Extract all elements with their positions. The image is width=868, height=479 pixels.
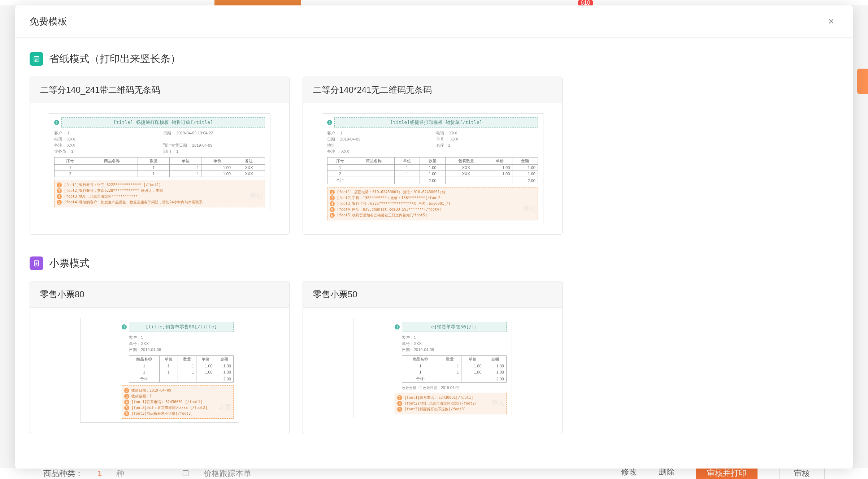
table-cell: 1 <box>170 171 201 177</box>
table-row: 1111.001.00 <box>129 363 234 369</box>
table-header: 数量 <box>178 356 196 363</box>
table-cell <box>439 375 461 383</box>
table-header: 备注 <box>233 157 265 165</box>
template-card[interactable]: 二等分140_241带二维码无条码1[title] 畅捷通打印模板 销售订单[/… <box>30 77 290 235</box>
template-footer-section: 2[foot1]银行账号：张三 6222************ [/foot1… <box>54 180 265 207</box>
modal-header: 免费模板 <box>15 5 853 38</box>
template-preview: 1[title]销货单零售80[/title]客户：1单号：XXX日期：2019… <box>80 318 239 423</box>
receipt-templates: 零售小票801[title]销货单零售80[/title]客户：1单号：XXX日… <box>30 281 838 433</box>
template-preview-table: 商品名称数量单价金额111.001.00111.001.00合计:2.00 <box>402 355 507 383</box>
receipt-icon <box>30 256 43 270</box>
template-footer-row: 3[foot2]银行账号：李四6228************ 联系人：李四 <box>57 188 262 193</box>
table-header: 序号 <box>327 157 353 165</box>
template-info-item: 日期： 2019-04-09 13:04:22 <box>163 130 265 136</box>
bullet-icon: 1 <box>54 120 59 125</box>
modal-overlay: 免费模板 省纸模式（打印出来竖长条） 二等分140_241带二维码无条码1[ti… <box>0 0 868 479</box>
table-cell: 1 <box>327 165 353 171</box>
table-header: 商品名称 <box>86 157 138 165</box>
template-info-grid: 客户：1单号：XXX日期：2019-04-09 <box>359 335 507 353</box>
table-cell <box>353 171 394 177</box>
table-header: 序号 <box>55 157 86 165</box>
section-receipt-title: 小票模式 <box>49 256 90 270</box>
table-row: 1111.00XXX <box>55 165 265 171</box>
close-icon <box>827 17 835 25</box>
bullet-icon: 2 <box>330 190 335 195</box>
template-preview: 1[title] 畅捷通打印模板 销售订单[/title]客户： 1日期： 20… <box>49 113 270 211</box>
template-info-grid: 客户： 1电话： XXX日期： 2019-04-09单号 ： XXX地址 ：仓库… <box>327 130 538 154</box>
template-footer-row: 4[foot3]地址：北京市海淀区************ <box>57 194 262 199</box>
template-footer-row: 5[foot4]尊敬的客户：如发生产品质量、数量及服务等问题，请您24小时内与本… <box>57 200 262 205</box>
table-cell: 1.00 <box>487 165 512 171</box>
bullet-icon: 6 <box>330 213 335 218</box>
table-header: 单位 <box>170 157 201 165</box>
table-cell: XXX <box>445 165 487 171</box>
template-card-body: 1e]销货单零售50[/ti客户：1单号：XXX日期：2019-04-09商品名… <box>303 308 562 428</box>
template-footer-section: 2收款日期：2019-04-093收款金额：14[foot1]联系电话: 624… <box>122 385 234 419</box>
template-card[interactable]: 零售小票501e]销货单零售50[/ti客户：1单号：XXX日期：2019-04… <box>303 281 563 433</box>
table-cell: 1.00 <box>420 165 446 171</box>
template-footer-row: 3[foot2]地址:北京市海淀区xxxx[/foot2] <box>397 401 504 406</box>
template-footer-row: 3[foot2]手机：138********；微信：138********[/f… <box>330 195 535 200</box>
template-info-item: 地址 ： <box>327 143 429 148</box>
table-header: 单价 <box>201 157 233 165</box>
table-cell: 1.00 <box>196 363 215 369</box>
close-button[interactable] <box>824 14 838 29</box>
table-header: 单价 <box>196 356 215 363</box>
template-card[interactable]: 零售小票801[title]销货单零售80[/title]客户：1单号：XXX日… <box>30 281 290 433</box>
template-preview-table: 序号商品名称单位数量包装数量单价金额111.00XXX1.001.00211.0… <box>327 157 538 184</box>
table-cell: 1.00 <box>420 171 446 177</box>
template-info-grid: 客户： 1日期： 2019-04-09 13:04:22电话： XXX备注： X… <box>54 130 265 154</box>
table-cell: XXX <box>445 171 487 177</box>
section-paper-saving-header: 省纸模式（打印出来竖长条） <box>30 52 838 66</box>
template-info-item: 单号 ： XXX <box>436 137 538 142</box>
table-header: 数量 <box>138 157 170 165</box>
template-info-grid: 客户：1单号：XXX日期：2019-04-09 <box>86 335 234 353</box>
table-cell: 1 <box>394 165 420 171</box>
paper-saving-templates: 二等分140_241带二维码无条码1[title] 畅捷通打印模板 销售订单[/… <box>30 77 838 235</box>
bullet-icon: 3 <box>330 195 335 200</box>
template-info-item: 日期：2019-04-09 <box>402 347 507 353</box>
section-receipt-header: 小票模式 <box>30 256 838 270</box>
table-cell: XXX <box>233 165 265 171</box>
template-footer-row: 4[foot3]拆固拆开恕不退换[/foot3] <box>397 407 504 412</box>
template-card-title: 二等分140*241无二维码无条码 <box>303 77 562 103</box>
table-cell: 1.00 <box>484 369 506 375</box>
bullet-icon: 3 <box>397 401 402 406</box>
table-cell: 合计 <box>129 375 160 383</box>
bullet-icon: 2 <box>57 182 62 187</box>
template-footer-row: 5[foot2]地址：北京市海淀区xxxx [/foot2] <box>124 405 231 410</box>
bullet-icon: 3 <box>57 188 62 193</box>
bullet-icon: 5 <box>57 200 62 205</box>
template-info-item: 备注 ： XXX <box>327 149 429 154</box>
template-footer-row: 2[foot1]银行账号：张三 6222************ [/foot1… <box>57 182 262 187</box>
bullet-icon: 5 <box>330 207 335 212</box>
table-cell <box>487 177 512 184</box>
template-preview-title: e]销货单零售50[/ti <box>402 322 507 332</box>
table-row: 合计2.00 <box>129 375 234 383</box>
table-header: 商品名称 <box>353 157 394 165</box>
template-info-item: 客户： 1 <box>54 130 156 136</box>
table-cell <box>86 165 138 171</box>
template-info-item: 备注： XXX <box>54 143 156 148</box>
bullet-icon: 4 <box>57 194 62 199</box>
table-cell: 1 <box>394 171 420 177</box>
table-cell: 2 <box>55 171 86 177</box>
table-cell: 1 <box>402 369 439 375</box>
table-cell: 1 <box>170 165 201 171</box>
table-cell: 1.00 <box>215 369 233 375</box>
template-info-item: 客户：1 <box>402 335 507 340</box>
table-row: 2111.00XXX <box>55 171 265 177</box>
template-footer-section: 2[foot1] 店面电话：010-62430001; 微信：010-62430… <box>327 187 538 220</box>
table-row: 1111.001.00 <box>129 369 234 375</box>
table-cell: 合计: <box>402 375 439 383</box>
template-footer-row: 6[foot3]商品拆开恕不退换[/foot3] <box>124 411 231 416</box>
template-card-title: 零售小票80 <box>30 281 289 308</box>
template-preview-title: [title] 畅捷通打印模板 销售订单[/title] <box>61 117 265 128</box>
template-info-item: 单号：XXX <box>129 341 234 346</box>
table-cell <box>461 375 484 383</box>
table-cell: 1 <box>178 363 196 369</box>
table-cell: 1 <box>178 369 196 375</box>
template-card[interactable]: 二等分140*241无二维码无条码1[title]畅捷通打印模板 销货单[/ti… <box>303 77 563 235</box>
table-cell: 1.00 <box>201 165 233 171</box>
template-info-item: 单号：XXX <box>402 341 507 346</box>
